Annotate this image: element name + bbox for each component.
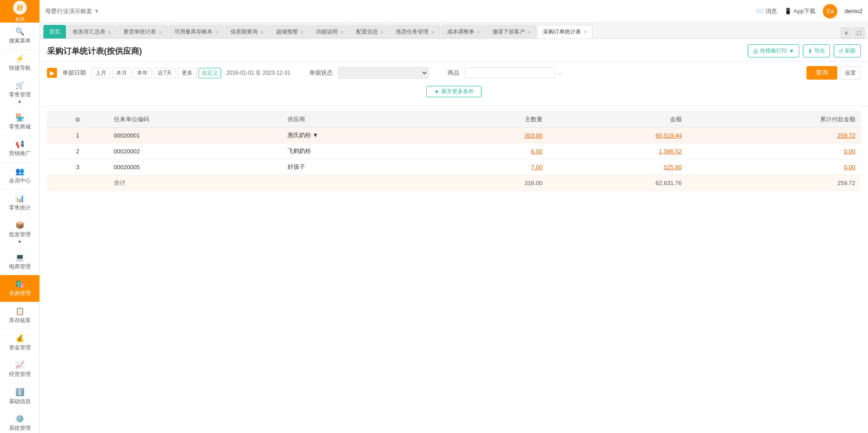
tab-label-inventory-book: 可用量库存账本: [175, 28, 212, 36]
sidebar-item-marketing[interactable]: 📢 营销推广: [0, 135, 39, 162]
tab-label-pick-task: 拣货任务管理: [396, 28, 429, 36]
tab-close-pick-task[interactable]: ×: [431, 29, 434, 35]
status-filter-select[interactable]: [338, 67, 429, 79]
filter-date-range: 2016-01-01 至 2023-12-31: [226, 69, 290, 77]
tab-close-order-summary[interactable]: ×: [159, 29, 161, 35]
tab-receive-summary[interactable]: 收发存汇总表×: [67, 25, 117, 38]
sidebar-item-basic-info[interactable]: ℹ️ 基础信息: [0, 383, 39, 410]
export-btn[interactable]: ⬇ 导出: [803, 44, 830, 57]
tab-function-desc[interactable]: 功能说明×: [310, 25, 349, 38]
user-avatar[interactable]: Ea: [823, 4, 837, 19]
tab-inventory-book[interactable]: 可用量库存账本×: [169, 25, 224, 38]
tab-warranty-query[interactable]: 保质期查询×: [225, 25, 269, 38]
tab-close-warranty-query[interactable]: ×: [260, 29, 263, 35]
query-btn[interactable]: 查询: [807, 66, 837, 80]
footer-empty-1: [47, 175, 108, 191]
paid-link[interactable]: 259.72: [837, 132, 855, 139]
tab-home[interactable]: 首页: [43, 25, 66, 38]
sidebar-item-label-retail-mall: 零售商城: [9, 124, 31, 131]
tab-close-purchase-summary[interactable]: ×: [584, 29, 586, 34]
member-icon: 👥: [15, 167, 24, 176]
date-filter-label: 单据日期: [62, 69, 86, 77]
sidebar-item-finance[interactable]: 💰 资金管理: [0, 329, 39, 357]
tab-close-invite-downstream[interactable]: ×: [528, 29, 530, 35]
expand-more-container: ▼ 展开更多条件: [47, 82, 861, 101]
amount-link[interactable]: 60,519.44: [656, 132, 682, 139]
message-btn[interactable]: ✉️ 消息: [756, 7, 777, 15]
tab-close-inventory-book[interactable]: ×: [215, 29, 218, 35]
ecommerce-icon: 💻: [15, 253, 24, 262]
sidebar-item-purchase[interactable]: 🛍️ 采购管理: [0, 275, 39, 302]
date-custom-btn[interactable]: 自定义: [198, 68, 221, 78]
tab-cost-adjust[interactable]: 成本调整单×: [441, 25, 486, 38]
tab-close-cost-adjust[interactable]: ×: [477, 29, 480, 35]
sidebar-item-member[interactable]: 👥 会员中心: [0, 162, 39, 190]
goods-filter-input[interactable]: [465, 67, 555, 78]
date-this-year-btn[interactable]: 本年: [133, 68, 152, 78]
date-this-month-btn[interactable]: 本月: [112, 68, 131, 78]
sidebar-item-retail-mall[interactable]: 🏪 零售商城: [0, 109, 39, 136]
sidebar-item-operations[interactable]: 📈 经营管理: [0, 356, 39, 383]
gear-icon: ⚙: [75, 116, 80, 123]
qty-link[interactable]: 7.00: [531, 164, 542, 171]
cell-amount: 1,586.52: [548, 143, 687, 159]
expand-icon[interactable]: ▼: [312, 132, 318, 138]
status-filter-select-container: [338, 67, 429, 79]
paid-link[interactable]: 0.00: [844, 148, 855, 155]
breadcrumb-select[interactable]: 母婴行业演示账套 ▼: [45, 7, 99, 15]
expand-more-btn[interactable]: ▼ 展开更多条件: [426, 86, 481, 97]
amount-link[interactable]: 1,586.52: [659, 148, 682, 155]
date-7days-btn[interactable]: 近7天: [154, 68, 176, 78]
cell-amount: 525.80: [548, 159, 687, 175]
sidebar-item-quick-nav[interactable]: ⚡ 快捷导航: [0, 50, 39, 77]
sidebar-item-retail-stats[interactable]: 📊 零售统计: [0, 190, 39, 217]
settings-btn[interactable]: 设置: [840, 67, 861, 80]
app-download-btn[interactable]: 📱 App下载: [784, 7, 816, 15]
date-more-btn[interactable]: 更多: [178, 68, 197, 78]
tab-invite-downstream[interactable]: 邀请下游客户×: [486, 25, 536, 38]
date-last-month-btn[interactable]: 上月: [91, 68, 110, 78]
sidebar-item-label-operations: 经营管理: [9, 371, 31, 378]
sidebar-item-label-inventory: 库存核算: [9, 317, 31, 324]
amount-link[interactable]: 525.80: [664, 164, 682, 171]
tab-close-receive-summary[interactable]: ×: [108, 29, 111, 35]
tab-close-overstock-warning[interactable]: ×: [301, 29, 303, 35]
tab-overstock-warning[interactable]: 超储预警×: [270, 25, 309, 38]
filter-toggle-btn[interactable]: ▶: [47, 68, 57, 78]
qty-link[interactable]: 6.00: [531, 148, 542, 155]
content-area: 采购订单统计表(按供应商) 🖨 按模板打印 ▼ ⬇ 导出 ↺ 刷新: [40, 39, 868, 433]
tab-close-function-desc[interactable]: ×: [340, 29, 343, 35]
page-title: 采购订单统计表(按供应商): [47, 46, 142, 57]
sidebar-item-inventory[interactable]: 📋 库存核算: [0, 302, 39, 329]
qty-link[interactable]: 303.00: [524, 132, 542, 139]
table-row: 1 00020001 惠氏奶粉 ▼ 303.00 60,519.44 259.7…: [47, 128, 861, 143]
sidebar-item-label-marketing: 营销推广: [9, 150, 31, 157]
top-bar-left: 母婴行业演示账套 ▼: [45, 7, 99, 15]
sidebar-item-wholesale[interactable]: 📦 批发管理 ▲: [0, 216, 39, 248]
tab-maximize-btn[interactable]: □: [854, 28, 864, 38]
tab-config-info[interactable]: 配置信息×: [350, 25, 389, 38]
retail-icon: 🛒: [15, 81, 24, 90]
user-avatar-text: Ea: [826, 8, 834, 14]
col-amount: 金额: [548, 112, 687, 128]
tab-close-all-btn[interactable]: ×: [841, 28, 852, 38]
goods-filter-input-container: ···: [465, 67, 562, 78]
tab-pick-task[interactable]: 拣货任务管理×: [390, 25, 440, 38]
app-download-label: App下载: [793, 7, 816, 15]
print-btn[interactable]: 🖨 按模板打印 ▼: [748, 44, 799, 57]
purchase-icon: 🛍️: [15, 280, 24, 288]
goods-ellipsis-icon[interactable]: ···: [557, 70, 562, 76]
refresh-btn[interactable]: ↺ 刷新: [834, 44, 861, 57]
paid-link[interactable]: 0.00: [844, 164, 855, 171]
tab-close-config-info[interactable]: ×: [381, 29, 383, 35]
sidebar-item-retail[interactable]: 🛒 零售管理 ▲: [0, 76, 39, 109]
breadcrumb-text: 母婴行业演示账套: [45, 7, 92, 15]
tab-purchase-summary[interactable]: 采购订单统计表×: [537, 25, 592, 38]
sidebar-item-ecommerce[interactable]: 💻 电商管理: [0, 248, 39, 276]
system-icon: ⚙️: [15, 414, 24, 423]
sidebar-item-system[interactable]: ⚙️ 系统管理: [0, 410, 39, 433]
col-gear[interactable]: ⚙: [47, 112, 108, 128]
tab-order-summary[interactable]: 要货单统计表×: [118, 25, 167, 38]
sidebar-item-search[interactable]: 🔍 搜索菜单: [0, 23, 39, 50]
footer-label: 合计: [108, 175, 282, 191]
